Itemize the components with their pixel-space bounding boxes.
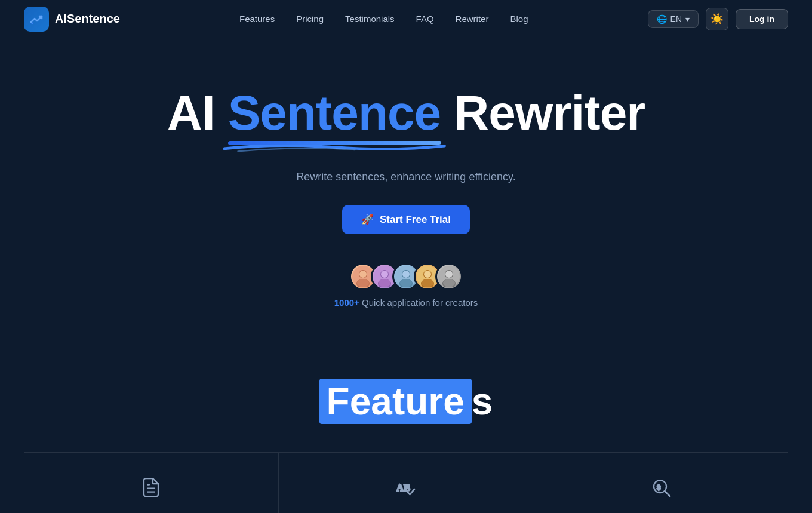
- logo-link[interactable]: AISentence: [24, 7, 120, 32]
- doc-icon: [140, 477, 162, 503]
- title-prefix: AI: [167, 85, 215, 140]
- lang-label: EN: [670, 14, 682, 24]
- feature-card-plagiarism: $ Plagiarism Detection Scans text agains…: [533, 453, 788, 513]
- social-proof: 1000+ Quick application for creators: [334, 263, 478, 308]
- avatar: [435, 263, 463, 290]
- nav-rewriter[interactable]: Rewriter: [456, 14, 489, 24]
- svg-point-20: [422, 279, 433, 287]
- social-proof-label: Quick application for creators: [362, 297, 478, 308]
- svg-line-30: [665, 492, 669, 496]
- features-heading-wrap: Features: [319, 379, 493, 423]
- features-heading: Features: [319, 379, 493, 423]
- features-highlight: Feature: [319, 379, 472, 424]
- svg-point-9: [381, 271, 388, 278]
- svg-text:$: $: [657, 484, 660, 491]
- hero-subtitle: Rewrite sentences, enhance writing effic…: [296, 171, 516, 183]
- title-blue: Sentence: [228, 86, 441, 140]
- logo-text: AISentence: [55, 12, 120, 26]
- nav-features[interactable]: Features: [239, 14, 275, 24]
- cta-button[interactable]: 🚀 Start Free Trial: [342, 205, 470, 234]
- avatar-group: [349, 263, 463, 290]
- theme-toggle[interactable]: ☀️: [706, 8, 728, 30]
- svg-point-24: [445, 271, 453, 278]
- sun-icon: ☀️: [710, 13, 724, 26]
- chevron-down-icon: ▾: [685, 14, 690, 24]
- user-count: 1000+: [334, 297, 359, 308]
- svg-point-10: [379, 279, 390, 287]
- feature-card-grammar: AB Grammar Correction Identifies and cor…: [279, 453, 534, 513]
- hero-title: AI Sentence Rewriter: [167, 86, 645, 140]
- nav-links: Features Pricing Testimonials FAQ Rewrit…: [239, 14, 528, 24]
- features-grid: Text Summarization Automatically condens…: [24, 452, 788, 513]
- feature-card-summarization: Text Summarization Automatically condens…: [24, 453, 279, 513]
- rocket-icon: 🚀: [361, 213, 374, 226]
- title-suffix: Rewriter: [454, 85, 645, 140]
- nav-right: 🌐 EN ▾ ☀️ Log in: [648, 8, 788, 30]
- svg-point-25: [443, 279, 455, 287]
- features-section: Features Text Summarization Automaticall…: [0, 343, 812, 513]
- nav-faq[interactable]: FAQ: [416, 14, 434, 24]
- svg-point-19: [424, 271, 431, 278]
- nav-testimonials[interactable]: Testimonials: [345, 14, 395, 24]
- svg-point-5: [357, 279, 369, 287]
- svg-point-4: [359, 271, 367, 278]
- svg-point-15: [400, 279, 412, 287]
- features-heading-suffix: s: [472, 380, 493, 423]
- globe-icon: 🌐: [657, 14, 667, 24]
- grammar-icon: AB: [395, 477, 416, 503]
- navbar: AISentence Features Pricing Testimonials…: [0, 0, 812, 38]
- cta-label: Start Free Trial: [380, 214, 451, 226]
- svg-point-0: [32, 22, 33, 24]
- nav-pricing[interactable]: Pricing: [296, 14, 324, 24]
- svg-point-14: [402, 271, 410, 278]
- social-proof-text: 1000+ Quick application for creators: [334, 297, 478, 308]
- hero-section: AI Sentence Rewriter Rewrite sentences, …: [0, 38, 812, 343]
- plagiarism-icon: $: [650, 477, 672, 503]
- logo-icon: [24, 7, 49, 32]
- login-button[interactable]: Log in: [736, 9, 788, 29]
- language-selector[interactable]: 🌐 EN ▾: [648, 10, 699, 28]
- nav-blog[interactable]: Blog: [510, 14, 528, 24]
